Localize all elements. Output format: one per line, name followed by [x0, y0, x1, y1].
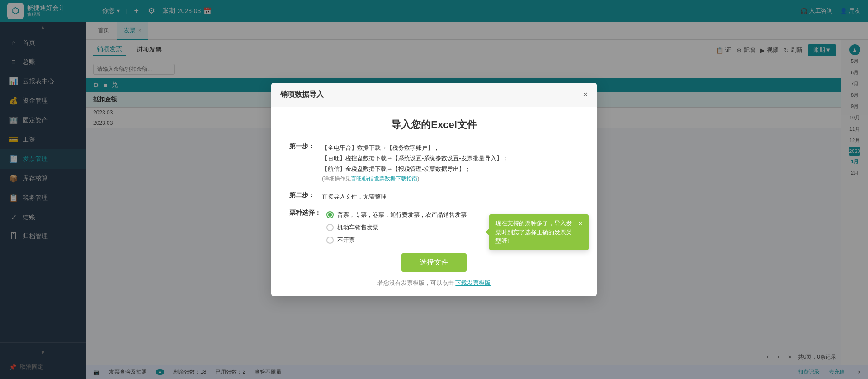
- modal-main-title: 导入您的Excel文件: [289, 118, 579, 132]
- modal-close-btn[interactable]: ×: [583, 90, 588, 99]
- step2-row: 第二步： 直接导入文件，无需整理: [289, 191, 579, 202]
- ticket-label: 票种选择：: [289, 209, 321, 244]
- download-template-link[interactable]: 下载发票模版: [455, 280, 491, 286]
- ticket-vehicle-label: 机动车销售发票: [337, 223, 378, 232]
- step1-label: 第一步：: [289, 142, 316, 184]
- ticket-normal-label: 普票，专票，卷票，通行费发票，农产品销售发票: [337, 211, 467, 219]
- ticket-radio-group: 普票，专票，卷票，通行费发票，农产品销售发票 机动车销售发票 × 现在支持的票种…: [326, 211, 467, 244]
- ticket-vehicle[interactable]: 机动车销售发票 × 现在支持的票种多了，导入发 票时别忘了选择正确的发票类 型呀…: [326, 223, 467, 232]
- ticket-normal[interactable]: 普票，专票，卷票，通行费发票，农产品销售发票: [326, 211, 467, 219]
- step1-line3: 【航信】金税盘数据下载→【报税管理-发票数据导出】；: [322, 164, 508, 174]
- download-hint: 若您没有发票模版，可以点击 下载发票模版: [289, 279, 579, 287]
- ticket-noinvoice-label: 不开票: [337, 236, 355, 244]
- ticket-selection-row: 票种选择： 普票，专票，卷票，通行费发票，农产品销售发票 机动车销售发票 ×: [289, 209, 579, 244]
- ticket-no-invoice[interactable]: 不开票: [326, 236, 467, 244]
- tooltip-line1: 现在支持的票种多了，导入发: [495, 219, 582, 228]
- download-hint-text: 若您没有发票模版，可以点击: [377, 280, 454, 286]
- modal-header: 销项数据导入 ×: [271, 83, 597, 107]
- step1-row: 第一步： 【全电平台】数据下载→【税务数字账户】； 【百旺】税控盘数据下载→【系…: [289, 142, 579, 184]
- step1-content: 【全电平台】数据下载→【税务数字账户】； 【百旺】税控盘数据下载→【系统设置-系…: [322, 142, 508, 184]
- select-file-btn[interactable]: 选择文件: [401, 253, 467, 272]
- radio-vehicle-circle: [326, 224, 334, 231]
- tooltip-close-btn[interactable]: ×: [579, 219, 582, 228]
- tooltip-box: × 现在支持的票种多了，导入发 票时别忘了选择正确的发票类 型呀!: [489, 214, 589, 250]
- step1-line2: 【百旺】税控盘数据下载→【系统设置-系统参数设置-发票批量导入】；: [322, 153, 508, 163]
- step1-note: (详细操作见百旺/航信发票数据下载指南): [322, 174, 508, 184]
- import-modal: 销项数据导入 × 导入您的Excel文件 第一步： 【全电平台】数据下载→【税务…: [271, 83, 597, 296]
- tooltip-line3: 型呀!: [495, 237, 582, 246]
- step2-label: 第二步：: [289, 191, 316, 202]
- modal-body: 导入您的Excel文件 第一步： 【全电平台】数据下载→【税务数字账户】； 【百…: [271, 107, 597, 296]
- radio-noinvoice-circle: [326, 237, 334, 244]
- step2-content: 直接导入文件，无需整理: [322, 191, 387, 202]
- step1-link[interactable]: 百旺/航信发票数据下载指南: [351, 175, 417, 182]
- modal-overlay: 销项数据导入 × 导入您的Excel文件 第一步： 【全电平台】数据下载→【税务…: [0, 0, 868, 379]
- radio-normal-circle: [326, 211, 334, 218]
- modal-title: 销项数据导入: [280, 90, 324, 99]
- radio-normal-dot: [328, 213, 332, 217]
- tooltip-line2: 票时别忘了选择正确的发票类: [495, 228, 582, 237]
- step1-line1: 【全电平台】数据下载→【税务数字账户】；: [322, 142, 508, 153]
